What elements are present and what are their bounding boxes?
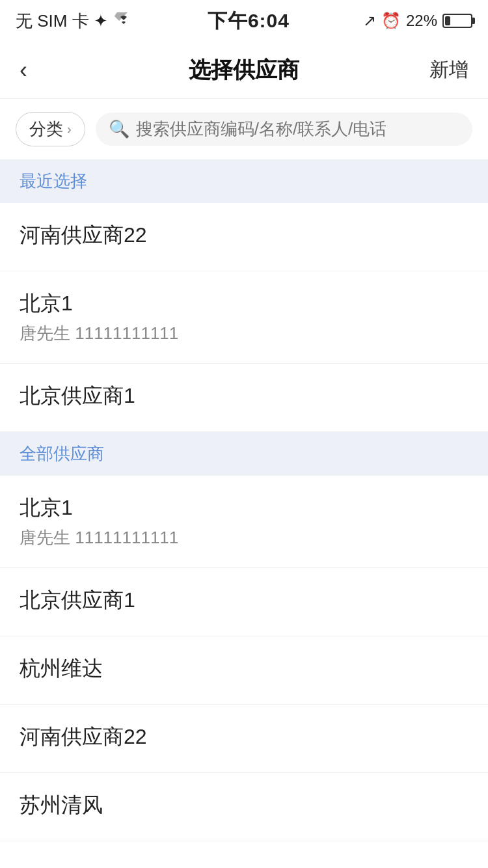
no-sim-text: 无 SIM 卡 ✦ <box>16 10 108 33</box>
supplier-name: 北京1 <box>20 290 468 318</box>
add-button[interactable]: 新增 <box>429 57 468 83</box>
status-time: 下午6:04 <box>208 8 290 34</box>
list-item[interactable]: 北京1 唐先生 11111111111 <box>0 476 488 568</box>
search-input[interactable] <box>136 119 459 139</box>
page-title: 选择供应商 <box>189 55 299 85</box>
status-right: ↗ ⏰ 22% <box>363 12 472 30</box>
list-item[interactable]: 河南供应商22 <box>0 705 488 773</box>
status-left: 无 SIM 卡 ✦ <box>16 10 134 33</box>
supplier-name: 北京1 <box>20 494 468 522</box>
wifi-icon <box>113 11 134 31</box>
list-item[interactable]: 北京供应商1 <box>0 364 488 432</box>
list-item[interactable]: 北京1 唐先生 11111111111 <box>0 271 488 364</box>
supplier-name: 河南供应商22 <box>20 723 468 752</box>
supplier-sub: 唐先生 11111111111 <box>20 526 468 549</box>
all-section-header: 全部供应商 <box>0 432 488 476</box>
list-item[interactable]: 苏州清风 <box>0 773 488 841</box>
supplier-name: 北京供应商1 <box>20 382 468 411</box>
battery-icon <box>442 14 472 28</box>
recent-items-list: 河南供应商22 北京1 唐先生 11111111111 北京供应商1 <box>0 203 488 432</box>
category-filter[interactable]: 分类 › <box>16 112 85 146</box>
all-items-list: 北京1 唐先生 11111111111 北京供应商1 杭州维达 河南供应商22 … <box>0 476 488 841</box>
recent-section-header: 最近选择 <box>0 159 488 203</box>
list-item[interactable]: 河南供应商22 <box>0 203 488 271</box>
list-item[interactable]: 北京供应商1 <box>0 568 488 636</box>
supplier-sub: 唐先生 11111111111 <box>20 322 468 345</box>
supplier-name: 杭州维达 <box>20 655 468 683</box>
status-bar: 无 SIM 卡 ✦ 下午6:04 ↗ ⏰ 22% <box>0 0 488 42</box>
search-bar[interactable]: 🔍 <box>96 113 472 146</box>
search-icon: 🔍 <box>109 119 129 139</box>
battery-percent: 22% <box>406 12 437 30</box>
supplier-name: 河南供应商22 <box>20 221 468 250</box>
supplier-name: 北京供应商1 <box>20 586 468 615</box>
location-icon: ↗ <box>363 12 376 30</box>
alarm-icon: ⏰ <box>381 12 401 30</box>
chevron-right-icon: › <box>67 122 72 137</box>
category-label: 分类 <box>29 118 63 141</box>
back-button[interactable]: ‹ <box>20 57 59 84</box>
supplier-name: 苏州清风 <box>20 791 468 820</box>
recent-section-label: 最近选择 <box>20 171 87 191</box>
nav-bar: ‹ 选择供应商 新增 <box>0 42 488 99</box>
list-item[interactable]: 杭州维达 <box>0 636 488 705</box>
all-section-label: 全部供应商 <box>20 444 104 463</box>
filter-bar: 分类 › 🔍 <box>0 99 488 159</box>
